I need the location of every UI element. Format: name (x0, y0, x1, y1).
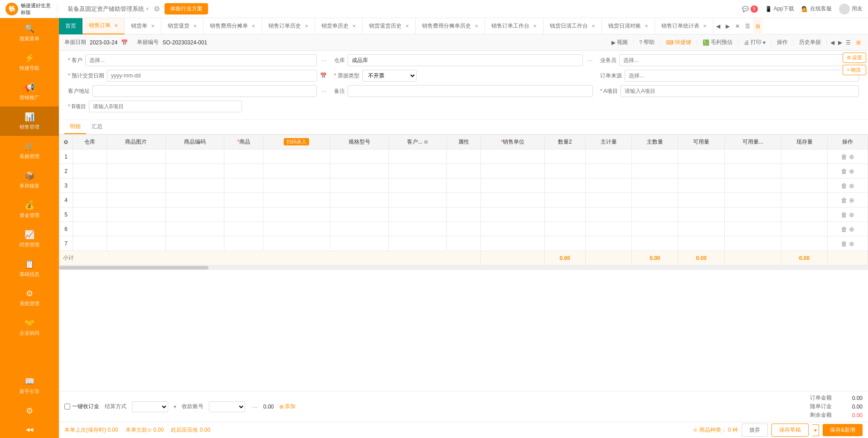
cell-qty2[interactable] (544, 149, 585, 164)
nav-next-btn[interactable]: ▶ (838, 39, 842, 46)
copy-icon[interactable]: ⊕ (849, 197, 854, 204)
sidebar-collapse[interactable]: ◀◀ (0, 421, 59, 438)
delete-icon[interactable]: 🗑 (841, 182, 847, 189)
user-menu[interactable]: 用友 (839, 4, 863, 14)
sidebar-settings[interactable]: ⚙ (0, 400, 59, 421)
warehouse-input[interactable] (348, 54, 583, 66)
scrollbar-thumb[interactable] (59, 266, 209, 270)
tab-close-icon[interactable]: ✕ (405, 24, 409, 29)
copy-icon[interactable]: ⊕ (849, 226, 854, 233)
tab-menu-btn[interactable]: ☰ (742, 18, 753, 34)
b-project-input[interactable] (89, 101, 242, 112)
cell-product[interactable] (224, 149, 263, 164)
tab-close-icon[interactable]: ✕ (305, 24, 308, 29)
tab-close-icon[interactable]: ✕ (703, 24, 707, 29)
tab-daily-reconcile[interactable]: 钱货日清对账 ✕ (602, 18, 655, 34)
warehouse-more-btn[interactable]: ··· (587, 57, 593, 64)
tab-close-icon[interactable]: ✕ (352, 24, 356, 29)
delete-icon[interactable]: 🗑 (841, 197, 847, 204)
address-more-btn[interactable]: ··· (321, 87, 327, 95)
sidebar-item-purchase[interactable]: 🛒 采购管理 (0, 136, 59, 165)
operate-btn[interactable]: 操作 (775, 38, 790, 47)
tab-slip-history[interactable]: 销货单历史 ✕ (315, 18, 363, 34)
tab-next-btn[interactable]: ▶ (723, 18, 732, 34)
add-btn[interactable]: ⊕ 添加 (279, 403, 296, 410)
account-more-btn[interactable]: ··· (252, 403, 258, 410)
message-btn[interactable]: 💬 9 9 (742, 5, 758, 13)
card-view-btn[interactable]: ⊞ (854, 39, 863, 47)
sidebar-item-collab[interactable]: 🤝 企业协同 (0, 313, 59, 342)
copy-icon[interactable]: ⊕ (849, 240, 854, 247)
tab-home[interactable]: 首页 (59, 18, 82, 34)
sidebar-item-quick-nav[interactable]: ⚡ 快捷导航 (0, 48, 59, 77)
history-btn[interactable]: 历史单据 (797, 38, 823, 47)
save-draft-arrow[interactable]: ▾ (812, 424, 819, 436)
staff-input[interactable] (619, 54, 859, 66)
tab-close-icon[interactable]: ✕ (252, 24, 255, 29)
cell-warehouse[interactable] (73, 149, 107, 164)
one-click-settle-checkbox[interactable]: 一键收订金 (64, 403, 99, 410)
customer-more-btn[interactable]: ··· (321, 57, 327, 64)
calendar-icon[interactable]: 📅 (121, 39, 128, 46)
sidebar-item-management[interactable]: 📈 经营管理 (0, 224, 59, 254)
profit-btn[interactable]: 💹 毛利预估 (701, 38, 734, 47)
copy-icon[interactable]: ⊕ (849, 153, 854, 160)
copy-icon[interactable]: ⊕ (849, 182, 854, 189)
online-service-btn[interactable]: 💁 在线客服 (801, 5, 832, 13)
tab-more-btn[interactable]: ✕ (732, 18, 742, 34)
logistics-button[interactable]: + 物流 (843, 65, 866, 75)
sidebar-item-basic-info[interactable]: 📋 基础信息 (0, 254, 59, 283)
tab-sales-order[interactable]: 销售订单 ✕ (82, 18, 125, 34)
cell-main-qty[interactable] (632, 149, 678, 164)
settle-method-select[interactable] (132, 401, 168, 412)
tab-close-icon[interactable]: ✕ (645, 24, 648, 29)
tab-fee-history[interactable]: 销售费用分摊单历史 ✕ (416, 18, 485, 34)
discard-button[interactable]: 放弃 (742, 424, 768, 437)
save-draft-button[interactable]: 保存草稿 (771, 424, 809, 437)
copy-icon[interactable]: ⊕ (849, 211, 854, 218)
one-click-checkbox[interactable] (64, 404, 70, 409)
delete-icon[interactable]: 🗑 (841, 168, 847, 175)
address-input[interactable] (92, 85, 317, 97)
cell-attr[interactable] (447, 149, 481, 164)
tab-order-history[interactable]: 销售订单历史 ✕ (262, 18, 315, 34)
nav-prev-btn[interactable]: ◀ (830, 39, 834, 46)
tab-prev-btn[interactable]: ◀ (713, 18, 723, 34)
settings-button[interactable]: ⚙ 设置 (843, 53, 866, 63)
tab-close-icon[interactable]: ✕ (475, 24, 478, 29)
tab-close-icon[interactable]: ✕ (592, 24, 595, 29)
order-source-input[interactable] (625, 70, 859, 82)
solution-button[interactable]: 体验行业方案 (165, 3, 208, 14)
account-select[interactable] (209, 401, 245, 412)
gear-icon[interactable]: ⚙ (154, 5, 160, 13)
table-scrollbar[interactable] (59, 265, 868, 270)
shortcut-btn[interactable]: ⌨ 快捷键 (664, 38, 693, 47)
delete-icon[interactable]: 🗑 (841, 153, 847, 160)
tab-return-history[interactable]: 销货退货历史 ✕ (363, 18, 416, 34)
table-container[interactable]: ⚙ 仓库 商品图片 商品编码 *商品 扫码录入 规格型号 客户... ⊙ 属性 … (59, 135, 868, 391)
tab-close-icon[interactable]: ✕ (533, 24, 537, 29)
tab-close-icon[interactable]: ✕ (193, 24, 197, 29)
sidebar-item-inventory[interactable]: 📦 库存核算 (0, 165, 59, 195)
app-download-btn[interactable]: 📱 App下载 (765, 5, 794, 13)
print-btn[interactable]: 🖨 打印 ▾ (742, 38, 767, 47)
sidebar-item-marketing[interactable]: 📢 营销推广 (0, 77, 59, 106)
save-new-button[interactable]: 保存&新增 (823, 424, 863, 436)
sidebar-item-search[interactable]: 🔍 搜索菜单 (0, 18, 59, 48)
customer-input[interactable] (85, 54, 317, 66)
invoice-type-select[interactable]: 不开票 (362, 70, 417, 82)
tab-summary[interactable]: 汇总 (86, 120, 108, 134)
tab-daily-workbench[interactable]: 钱货日清工作台 ✕ (543, 18, 602, 34)
tab-close-icon[interactable]: ✕ (151, 24, 155, 29)
cell-customer-attr[interactable] (389, 149, 447, 164)
help-btn[interactable]: ? 帮助 (637, 38, 656, 47)
sidebar-item-guide[interactable]: 📖 新手引导 (0, 371, 59, 400)
remark-input[interactable] (348, 85, 593, 97)
sidebar-item-finance[interactable]: 💰 资金管理 (0, 195, 59, 224)
copy-icon[interactable]: ⊕ (849, 168, 854, 175)
th-settings[interactable]: ⚙ (59, 135, 73, 149)
tab-fee-split[interactable]: 销售费用分摊单 ✕ (204, 18, 262, 34)
cell-spec[interactable] (330, 149, 389, 164)
settle-more-btn[interactable]: ▾ (174, 404, 176, 410)
sidebar-item-sales[interactable]: 📊 销售管理 (0, 106, 59, 136)
